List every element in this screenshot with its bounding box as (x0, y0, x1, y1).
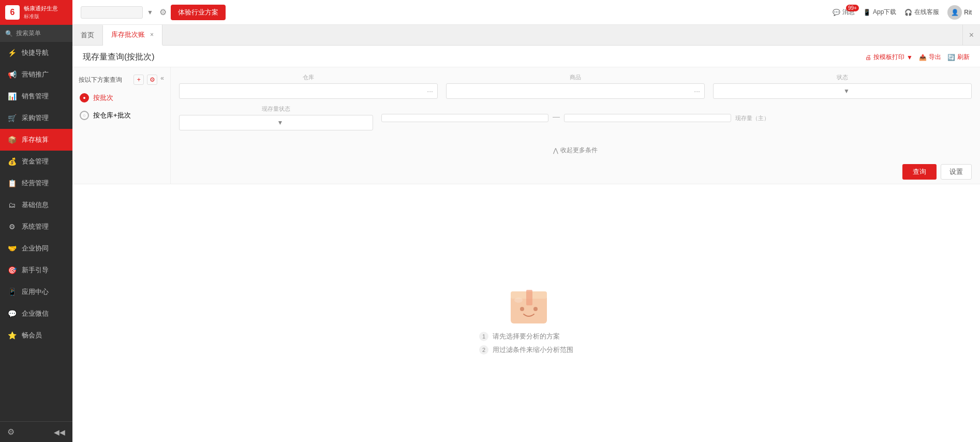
sidebar-item-label: 销售管理 (22, 92, 49, 101)
chevron-down-icon[interactable]: ▼ (147, 9, 153, 16)
avatar: 👤 (947, 5, 962, 20)
stock-status-select[interactable]: ▼ (179, 115, 373, 130)
status-field: 状态 ▼ (713, 73, 972, 99)
empty-hint-2: 2 用过滤条件来缩小分析范围 (479, 345, 573, 355)
sidebar-item-inventory[interactable]: 📦 库存核算 (0, 129, 72, 151)
svg-point-5 (514, 298, 523, 303)
svg-point-4 (533, 307, 538, 311)
hint-text-1: 请先选择要分析的方案 (493, 332, 560, 341)
tab-inventory-batch[interactable]: 库存批次账 × (103, 25, 162, 46)
sidebar-item-label: 经营管理 (22, 179, 49, 188)
sidebar-item-label: 企业微信 (22, 309, 49, 318)
sidebar-item-enterprise[interactable]: 🤝 企业协同 (0, 238, 72, 259)
topbar-right: 💬 消息 99+ 📱 App下载 🎧 在线客服 👤 Rit (833, 5, 972, 20)
search-icon: 🔍 (5, 30, 13, 37)
sidebar-item-label: 畅会员 (22, 331, 42, 340)
sidebar-item-guide[interactable]: 🎯 新手引导 (0, 259, 72, 281)
sidebar-item-label: 采购管理 (22, 113, 49, 123)
stock-amount-from-field (381, 114, 548, 122)
query-button[interactable]: 查询 (902, 164, 937, 180)
sidebar-item-purchase[interactable]: 🛒 采购管理 (0, 107, 72, 129)
stock-amount-to-input-wrapper (564, 114, 731, 122)
sidebar-item-basic[interactable]: 🗂 基础信息 (0, 194, 72, 216)
sidebar-item-quick-nav[interactable]: ⚡ 快捷导航 (0, 42, 72, 64)
empty-hint-1: 1 请先选择要分析的方案 (479, 332, 573, 341)
collapse-more-button[interactable]: ⋀ 收起更多条件 (171, 143, 980, 160)
scheme-by-warehouse-batch[interactable]: ○ 按仓库+批次 (72, 107, 170, 124)
filter-form-area: 仓库 ··· 商品 ··· (171, 67, 980, 184)
refresh-button[interactable]: 🔄 刷新 (947, 53, 970, 62)
close-all-tabs-button[interactable]: × (962, 25, 980, 45)
user-profile[interactable]: 👤 Rit (947, 5, 972, 20)
breadcrumb-input[interactable] (81, 6, 143, 19)
app-center-icon: 📱 (7, 287, 17, 297)
stock-amount-label: 现存量（主） (735, 114, 769, 122)
sidebar-header: 6 畅康通好生意 标准版 (0, 0, 72, 25)
phone-icon: 📱 (863, 9, 871, 16)
collapse-more-label: 收起更多条件 (560, 146, 598, 155)
page-content: 现存量查询(按批次) 🖨 按模板打印 ▼ 📤 导出 🔄 刷新 (72, 46, 980, 442)
scheme-inactive-icon: ○ (80, 111, 89, 120)
sidebar-item-system[interactable]: ⚙ 系统管理 (0, 216, 72, 238)
print-dropdown-icon[interactable]: ▼ (907, 54, 913, 61)
sidebar-item-sales[interactable]: 📊 销售管理 (0, 85, 72, 107)
sidebar-nav: ⚡ 快捷导航 📢 营销推广 📊 销售管理 🛒 采购管理 📦 库存核算 💰 资金管… (0, 42, 72, 421)
stock-status-dropdown-icon: ▼ (277, 119, 369, 126)
status-dropdown-icon: ▼ (843, 87, 967, 95)
sidebar-search[interactable]: 🔍 搜索菜单 (0, 25, 72, 42)
scheme-by-batch[interactable]: ● 按批次 (72, 89, 170, 107)
sidebar-item-finance[interactable]: 💰 资金管理 (0, 151, 72, 172)
headset-icon: 🎧 (904, 9, 912, 16)
main-area: ▼ ⚙ 体验行业方案 💬 消息 99+ 📱 App下载 🎧 在线客服 👤 Rit (72, 0, 980, 442)
purchase-icon: 🛒 (7, 113, 17, 123)
warehouse-dots[interactable]: ··· (427, 87, 433, 95)
settings-button[interactable]: 设置 (941, 164, 972, 180)
member-icon: ⭐ (7, 331, 17, 340)
sidebar-item-label: 企业协同 (22, 244, 49, 253)
industry-solution-button[interactable]: 体验行业方案 (171, 5, 226, 20)
messages-button[interactable]: 💬 消息 99+ (833, 8, 855, 17)
filter-scheme-label: 按以下方案查询 (79, 76, 122, 84)
stock-status-field: 现存量状态 ▼ (179, 105, 373, 130)
warehouse-field: 仓库 ··· (179, 73, 438, 99)
enterprise-icon: 🤝 (7, 244, 17, 253)
action-row: 查询 设置 (171, 160, 980, 184)
svg-rect-2 (526, 290, 532, 305)
online-service-button[interactable]: 🎧 在线客服 (904, 8, 939, 17)
tab-close-icon[interactable]: × (150, 31, 154, 38)
add-scheme-button[interactable]: + (133, 75, 144, 85)
topbar: ▼ ⚙ 体验行业方案 💬 消息 99+ 📱 App下载 🎧 在线客服 👤 Rit (72, 0, 980, 25)
product-dots[interactable]: ··· (694, 87, 700, 95)
settings-icon[interactable]: ⚙ (7, 427, 14, 437)
filter-sidebar-header: 按以下方案查询 + ⚙ « (72, 72, 170, 89)
app-download-button[interactable]: 📱 App下载 (863, 8, 896, 17)
collapse-filter-button[interactable]: « (160, 75, 164, 85)
sidebar-item-business[interactable]: 📋 经营管理 (0, 172, 72, 194)
stock-amount-to-field (564, 114, 731, 122)
refresh-label: 刷新 (957, 53, 970, 62)
sidebar-item-member[interactable]: ⭐ 畅会员 (0, 325, 72, 346)
print-label: 按模板打印 (873, 53, 904, 62)
stock-amount-to-input[interactable] (569, 114, 726, 122)
sidebar-item-app-center[interactable]: 📱 应用中心 (0, 281, 72, 303)
product-input[interactable] (451, 87, 692, 95)
status-select[interactable]: ▼ (713, 83, 972, 99)
export-label: 导出 (929, 53, 941, 62)
status-label: 状态 (713, 73, 972, 81)
sidebar-item-wx[interactable]: 💬 企业微信 (0, 303, 72, 325)
collapse-sidebar-icon[interactable]: ◀◀ (54, 428, 65, 436)
sidebar-item-label: 库存核算 (22, 135, 49, 144)
empty-hints: 1 请先选择要分析的方案 2 用过滤条件来缩小分析范围 (479, 332, 573, 355)
export-button[interactable]: 📤 导出 (919, 53, 941, 62)
sidebar-item-marketing[interactable]: 📢 营销推广 (0, 64, 72, 85)
page-header: 现存量查询(按批次) 🖨 按模板打印 ▼ 📤 导出 🔄 刷新 (72, 46, 980, 67)
warehouse-input[interactable] (184, 87, 425, 95)
tab-home[interactable]: 首页 (72, 25, 103, 45)
print-button[interactable]: 🖨 按模板打印 ▼ (865, 53, 913, 62)
manage-scheme-button[interactable]: ⚙ (147, 75, 157, 85)
empty-box-svg (500, 272, 562, 329)
filter-form: 仓库 ··· 商品 ··· (171, 67, 980, 143)
stock-amount-from-input[interactable] (386, 114, 544, 122)
gear-icon[interactable]: ⚙ (159, 7, 167, 17)
marketing-icon: 📢 (7, 70, 17, 79)
